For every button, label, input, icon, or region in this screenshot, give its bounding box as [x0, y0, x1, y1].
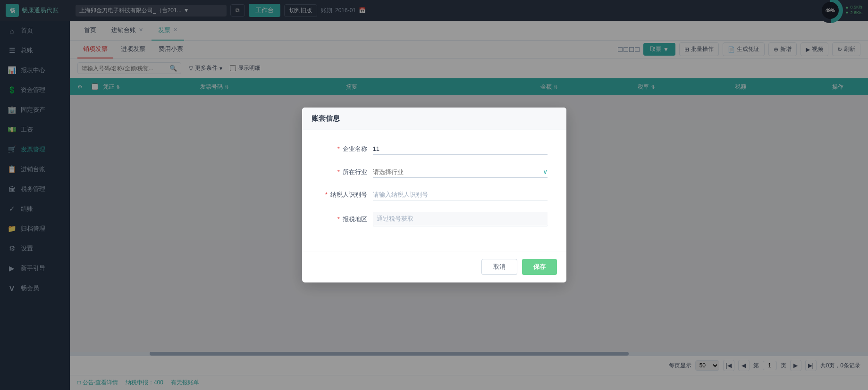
modal-footer: 取消 保存: [302, 251, 566, 282]
tax-region-disabled: 通过税号获取: [373, 212, 548, 226]
chevron-down-icon: ∨: [543, 168, 548, 175]
tax-id-input[interactable]: [373, 189, 548, 200]
tax-id-label: * 纳税人识别号: [321, 191, 373, 199]
industry-label: * 所在行业: [321, 168, 373, 176]
form-row-industry: * 所在行业 ∨: [321, 166, 548, 178]
form-row-tax-id: * 纳税人识别号: [321, 189, 548, 200]
account-info-modal: 账套信息 * 企业名称 * 所在行业 ∨: [302, 108, 566, 282]
cancel-button[interactable]: 取消: [481, 259, 517, 275]
save-button[interactable]: 保存: [522, 259, 557, 275]
required-star: *: [337, 145, 340, 152]
form-row-company-name: * 企业名称: [321, 143, 548, 155]
form-row-tax-region: * 报税地区 通过税号获取: [321, 212, 548, 226]
required-star: *: [337, 168, 340, 175]
tax-region-label: * 报税地区: [321, 215, 373, 224]
company-name-input[interactable]: [373, 143, 548, 155]
required-star: *: [337, 216, 340, 223]
required-star: *: [325, 191, 328, 198]
industry-select-wrap[interactable]: ∨: [373, 166, 548, 178]
modal-body: * 企业名称 * 所在行业 ∨ * 纳税人识: [302, 130, 566, 251]
modal-overlay: 账套信息 * 企业名称 * 所在行业 ∨: [0, 0, 868, 390]
modal-title: 账套信息: [302, 108, 566, 130]
industry-select-input[interactable]: [373, 168, 543, 175]
company-name-label: * 企业名称: [321, 145, 373, 153]
